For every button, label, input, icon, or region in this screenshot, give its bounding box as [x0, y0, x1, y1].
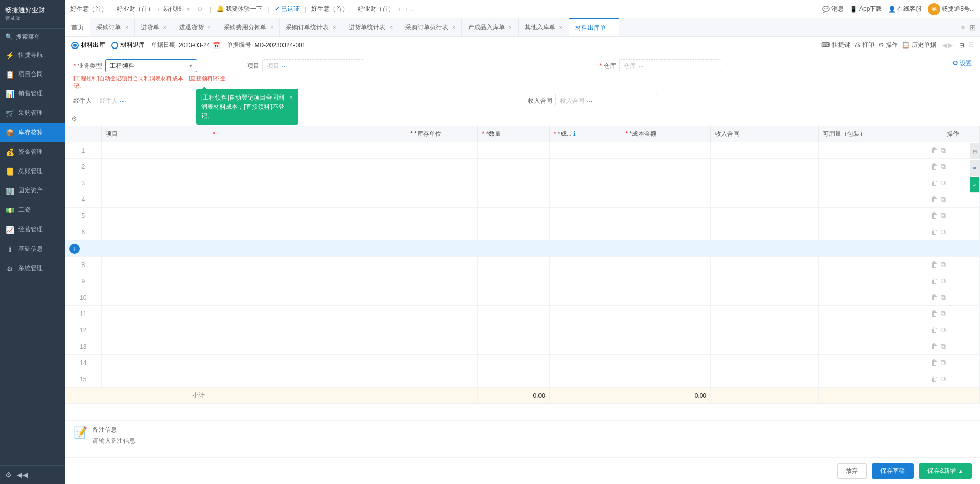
collapse-icon[interactable]: ◀◀	[17, 471, 28, 479]
row-spec[interactable]	[316, 338, 406, 355]
tab-incoming[interactable]: 进货单 ×	[135, 18, 173, 37]
delete-row-icon[interactable]: 🗑	[930, 375, 938, 383]
row-cost-amount[interactable]	[621, 355, 711, 371]
topbar-link-yidaizhang[interactable]: 易代账	[163, 5, 182, 13]
sidebar-item-operations[interactable]: 📈 经营管理	[0, 220, 65, 239]
income-contract-dots-icon[interactable]: ···	[586, 96, 593, 105]
row-spec[interactable]	[316, 257, 406, 273]
sidebar-item-basic-info[interactable]: ℹ 基础信息	[0, 239, 65, 259]
row-project[interactable]	[101, 289, 209, 306]
row-cost[interactable]	[549, 191, 621, 208]
row-cost-amount[interactable]	[621, 191, 711, 208]
row-unit[interactable]	[406, 322, 478, 338]
sidebar-item-finance[interactable]: 💰 资金管理	[0, 142, 65, 162]
copy-row-icon[interactable]: ⧉	[941, 277, 946, 285]
tab-purchase-stats-close[interactable]: ×	[333, 25, 336, 30]
delete-row-icon[interactable]: 🗑	[930, 162, 938, 171]
row-project[interactable]	[101, 306, 209, 322]
row-cost[interactable]	[549, 322, 621, 338]
row-cost[interactable]	[549, 208, 621, 224]
row-material[interactable]	[209, 191, 316, 208]
row-cost-amount[interactable]	[621, 142, 711, 159]
row-material[interactable]	[209, 224, 316, 240]
row-unit[interactable]	[406, 355, 478, 371]
tab-split-view[interactable]: ⊞	[969, 22, 976, 32]
topbar-link-haoshengyi[interactable]: 好生意（首）	[70, 5, 107, 13]
row-unit[interactable]	[406, 371, 478, 388]
row-spec[interactable]	[316, 273, 406, 289]
topbar-link-haoyecai[interactable]: 好业财（首）	[117, 5, 154, 13]
row-material[interactable]	[209, 338, 316, 355]
tab-material-outbound-close[interactable]: ×	[610, 25, 613, 31]
row-cost-amount[interactable]	[621, 257, 711, 273]
row-available[interactable]	[818, 289, 926, 306]
row-quantity[interactable]	[478, 208, 550, 224]
tab-purchase-expense[interactable]: 采购费用分摊单 ×	[217, 18, 280, 37]
row-cost-amount[interactable]	[621, 224, 711, 240]
row-income-contract[interactable]	[711, 355, 819, 371]
tab-purchase-order[interactable]: 采购订单 ×	[90, 18, 135, 37]
row-unit[interactable]	[406, 142, 478, 159]
topbar-link-haoyecai2[interactable]: 好业财（首）	[358, 5, 395, 13]
tab-other-inbound[interactable]: 其他入库单 ×	[519, 18, 569, 37]
row-cost[interactable]	[549, 159, 621, 175]
row-quantity[interactable]	[478, 257, 550, 273]
info-icon[interactable]: ℹ	[573, 130, 576, 137]
row-cost[interactable]	[549, 306, 621, 322]
handler-input[interactable]: 经手人 ···	[95, 94, 197, 107]
save-new-dropdown-icon[interactable]: ▲	[958, 468, 963, 474]
row-income-contract[interactable]	[711, 191, 819, 208]
delete-row-icon[interactable]: 🗑	[930, 309, 938, 318]
row-income-contract[interactable]	[711, 289, 819, 306]
row-project[interactable]	[101, 208, 209, 224]
row-project[interactable]	[101, 159, 209, 175]
save-new-button[interactable]: 保存&新增 ▲	[919, 463, 972, 479]
tab-incoming-return-close[interactable]: ×	[208, 25, 211, 30]
topbar-link-haoshengyi2[interactable]: 好生意（首）	[311, 5, 348, 13]
row-project[interactable]	[101, 142, 209, 159]
settings-gear-icon[interactable]: ⚙	[5, 471, 12, 479]
tab-incoming-return[interactable]: 进退货货 ×	[173, 18, 217, 37]
row-cost-amount[interactable]	[621, 159, 711, 175]
row-cost-amount[interactable]	[621, 273, 711, 289]
row-income-contract[interactable]	[711, 142, 819, 159]
row-spec[interactable]	[316, 224, 406, 240]
row-material[interactable]	[209, 257, 316, 273]
copy-row-icon[interactable]: ⧉	[941, 293, 946, 302]
sidebar-item-purchase[interactable]: 🛒 采购管理	[0, 104, 65, 123]
row-unit[interactable]	[406, 306, 478, 322]
row-income-contract[interactable]	[711, 224, 819, 240]
row-unit[interactable]	[406, 224, 478, 240]
tab-purchase-exec-close[interactable]: ×	[452, 25, 455, 30]
row-quantity[interactable]	[478, 191, 550, 208]
copy-row-icon[interactable]: ⧉	[941, 179, 946, 187]
row-cost-amount[interactable]	[621, 175, 711, 191]
row-unit[interactable]	[406, 191, 478, 208]
tab-purchase-exec[interactable]: 采购订单执行表 ×	[399, 18, 462, 37]
row-available[interactable]	[818, 191, 926, 208]
row-quantity[interactable]	[478, 273, 550, 289]
row-spec[interactable]	[316, 371, 406, 388]
row-material[interactable]	[209, 289, 316, 306]
add-row-col1[interactable]	[101, 240, 209, 257]
settings-button[interactable]: ⚙ 设置	[952, 59, 972, 68]
right-tool-3[interactable]: ✓	[970, 177, 980, 193]
row-available[interactable]	[818, 159, 926, 175]
row-material[interactable]	[209, 159, 316, 175]
row-income-contract[interactable]	[711, 322, 819, 338]
tab-purchase-expense-close[interactable]: ×	[271, 25, 274, 30]
row-income-contract[interactable]	[711, 306, 819, 322]
row-project[interactable]	[101, 257, 209, 273]
warehouse-input[interactable]: 仓库 ···	[619, 59, 721, 72]
row-unit[interactable]	[406, 338, 478, 355]
row-project[interactable]	[101, 224, 209, 240]
user-menu[interactable]: 畅 畅捷通8号...	[928, 3, 975, 15]
shortcut-keys-button[interactable]: ⌨ 快捷键	[821, 41, 850, 50]
row-material[interactable]	[209, 142, 316, 159]
delete-row-icon[interactable]: 🗑	[930, 342, 938, 351]
row-income-contract[interactable]	[711, 175, 819, 191]
delete-row-icon[interactable]: 🗑	[930, 211, 938, 220]
row-available[interactable]	[818, 257, 926, 273]
row-unit[interactable]	[406, 159, 478, 175]
row-material[interactable]	[209, 175, 316, 191]
